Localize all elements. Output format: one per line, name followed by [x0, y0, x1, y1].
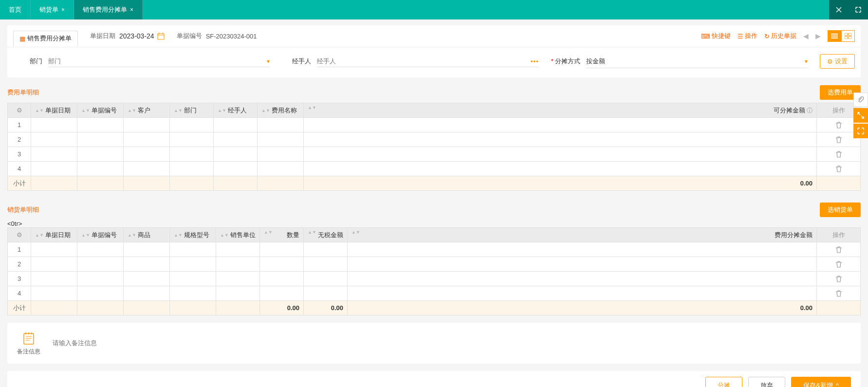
view-list-button[interactable]	[828, 30, 841, 42]
doc-number-value: SF-20230324-001	[206, 33, 257, 40]
svg-rect-0	[158, 34, 164, 39]
sort-icon[interactable]: ▲▼	[174, 109, 183, 112]
history-icon: ↻	[764, 33, 770, 40]
sort-icon[interactable]: ▲▼	[308, 231, 316, 234]
sort-icon[interactable]: ▲▼	[35, 234, 44, 237]
keyboard-icon: ⌨	[701, 33, 710, 40]
sort-icon[interactable]: ▲▼	[261, 109, 270, 112]
svg-rect-11	[24, 333, 34, 344]
handler-select[interactable]: •••	[317, 55, 538, 67]
delete-icon[interactable]	[835, 260, 842, 268]
alloc-total: 0.00	[348, 301, 817, 315]
delete-icon[interactable]	[835, 136, 842, 143]
dept-input[interactable]	[48, 57, 267, 65]
attachment-icon[interactable]	[853, 92, 868, 107]
row-number: 3	[8, 147, 31, 162]
row-number: 1	[8, 118, 31, 132]
method-select[interactable]: 按金额 ▾	[586, 55, 808, 68]
window-maximize-button[interactable]	[849, 0, 868, 19]
table-row[interactable]: 2	[8, 257, 861, 272]
sort-icon[interactable]: ▲▼	[81, 234, 90, 237]
allocate-button[interactable]: 分摊	[705, 377, 742, 387]
operate-button[interactable]: ☰操作	[738, 32, 757, 40]
table-row[interactable]: 2	[8, 132, 861, 147]
svg-rect-10	[849, 37, 851, 39]
delete-icon[interactable]	[835, 246, 842, 253]
dept-select[interactable]: ▾	[48, 55, 270, 67]
save-new-button[interactable]: 保存&新增 ^	[791, 377, 851, 387]
top-tab-bar: 首页 销货单× 销售费用分摊单×	[0, 0, 868, 19]
table-row[interactable]: 4	[8, 162, 861, 176]
side-rail	[853, 92, 868, 138]
sales-section-title: 销货单明细	[7, 205, 39, 214]
notes-icon	[22, 331, 35, 345]
sort-icon[interactable]: ▲▼	[264, 231, 273, 234]
chevron-down-icon: ▾	[805, 58, 808, 65]
table-row[interactable]: 3	[8, 147, 861, 162]
row-number: 3	[8, 272, 31, 286]
menu-icon: ☰	[738, 33, 743, 40]
table-config-icon[interactable]: ⚙	[8, 228, 31, 242]
nav-next-icon[interactable]: ▶	[815, 32, 821, 40]
date-value[interactable]: 2023-03-24	[119, 32, 154, 40]
sort-icon[interactable]: ▲▼	[81, 109, 90, 112]
sort-icon[interactable]: ▲▼	[351, 231, 360, 234]
table-row[interactable]: 3	[8, 272, 861, 286]
tab-home[interactable]: 首页	[0, 0, 31, 19]
notes-input[interactable]	[53, 339, 851, 347]
nav-prev-icon[interactable]: ◀	[803, 32, 809, 40]
delete-icon[interactable]	[835, 150, 842, 158]
subtotal-amount: 0.00	[304, 176, 817, 191]
sort-icon[interactable]: ▲▼	[218, 109, 226, 112]
row-number: 2	[8, 257, 31, 272]
expense-section-title: 费用单明细	[7, 88, 39, 97]
sort-icon[interactable]: ▲▼	[35, 109, 44, 112]
settings-button[interactable]: ⚙设置	[820, 54, 855, 69]
tab-expense-allocation[interactable]: 销售费用分摊单×	[74, 0, 143, 19]
sort-icon[interactable]: ▲▼	[308, 106, 316, 109]
delete-icon[interactable]	[835, 165, 842, 172]
chevron-down-icon: ▾	[267, 58, 270, 65]
dept-label: 部门	[13, 57, 42, 66]
discard-button[interactable]: 放弃	[748, 377, 785, 387]
subtotal-label: 小计	[8, 176, 31, 191]
close-icon[interactable]: ×	[130, 6, 133, 13]
row-number: 2	[8, 132, 31, 147]
table-config-icon[interactable]: ⚙	[8, 103, 31, 118]
fullscreen-icon[interactable]	[853, 124, 868, 138]
document-icon: ▦	[19, 35, 25, 42]
history-button[interactable]: ↻历史单据	[764, 32, 796, 40]
svg-rect-7	[845, 33, 848, 36]
handler-label: 经手人	[282, 57, 311, 66]
delete-icon[interactable]	[835, 290, 842, 297]
filter-row: 部门 ▾ 经手人 ••• *分摊方式 按金额 ▾	[7, 47, 861, 77]
table-row[interactable]: 1	[8, 118, 861, 132]
row-number: 4	[8, 162, 31, 176]
shortcut-button[interactable]: ⌨快捷键	[701, 32, 731, 40]
tab-sales-order[interactable]: 销货单×	[31, 0, 74, 19]
form-type-tab[interactable]: ▦ 销售费用分摊单	[13, 31, 78, 47]
close-icon[interactable]: ×	[61, 6, 65, 13]
table-row[interactable]: 1	[8, 242, 861, 257]
sort-icon[interactable]: ▲▼	[220, 234, 229, 237]
subtotal-label: 小计	[8, 301, 31, 315]
sales-table: ⚙ ▲▼单据日期 ▲▼单据编号 ▲▼商品 ▲▼规格型号 ▲▼销售单位 ▲▼数量 …	[7, 227, 861, 315]
sort-icon[interactable]: ▲▼	[128, 109, 136, 112]
footer-bar: 分摊 放弃 保存&新增 ^	[7, 371, 861, 387]
view-grid-button[interactable]	[841, 30, 855, 42]
sort-icon[interactable]: ▲▼	[174, 234, 183, 237]
handler-input[interactable]	[317, 57, 531, 65]
delete-icon[interactable]	[835, 121, 842, 129]
select-sales-button[interactable]: 选销货单	[820, 203, 861, 217]
notax-total: 0.00	[304, 301, 348, 315]
help-icon[interactable]: ⓘ	[807, 107, 813, 114]
table-row[interactable]: 4	[8, 286, 861, 301]
date-label: 单据日期	[90, 32, 115, 40]
expand-icon[interactable]	[853, 108, 868, 123]
calendar-icon[interactable]	[157, 32, 165, 40]
sort-icon[interactable]: ▲▼	[128, 234, 136, 237]
window-close-button[interactable]	[829, 0, 849, 19]
delete-icon[interactable]	[835, 275, 842, 282]
doc-number-label: 单据编号	[177, 32, 202, 40]
svg-rect-9	[845, 37, 848, 39]
